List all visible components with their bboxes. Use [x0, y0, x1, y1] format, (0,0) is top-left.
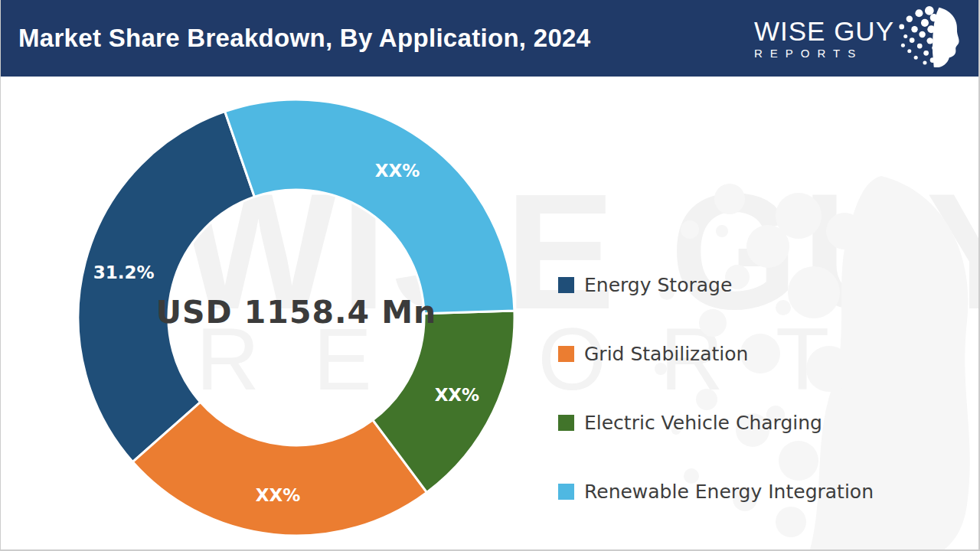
page-title: Market Share Breakdown, By Application, … [18, 24, 590, 53]
legend-label-renewable-energy-integration: Renewable Energy Integration [584, 481, 874, 503]
logo-subtitle: REPORTS [754, 47, 894, 60]
segment-label-electric-vehicle-charging: XX% [435, 385, 480, 405]
legend-label-grid-stabilization: Grid Stabilization [584, 343, 748, 365]
legend-swatch-renewable-energy-integration [558, 484, 574, 500]
segment-label-grid-stabilization: XX% [256, 485, 301, 505]
segment-label-energy-storage: 31.2% [93, 262, 155, 282]
chart-center-label: USD 1158.4 Mn [156, 294, 437, 331]
logo-head-icon [896, 6, 962, 70]
legend-swatch-energy-storage [558, 277, 574, 293]
legend-label-electric-vehicle-charging: Electric Vehicle Charging [584, 412, 822, 434]
header-bar: Market Share Breakdown, By Application, … [0, 0, 980, 77]
logo-wordmark: WISE GUY [754, 18, 894, 44]
infographic-page: Market Share Breakdown, By Application, … [0, 0, 980, 551]
legend-swatch-grid-stabilization [558, 346, 574, 362]
legend-item-renewable-energy-integration: Renewable Energy Integration [558, 476, 874, 507]
logo-text: WISE GUY REPORTS [754, 18, 894, 60]
donut-segment-renewable-energy-integration [225, 99, 514, 314]
legend-item-grid-stabilization: Grid Stabilization [558, 338, 874, 369]
legend-swatch-electric-vehicle-charging [558, 415, 574, 431]
legend-item-electric-vehicle-charging: Electric Vehicle Charging [558, 407, 874, 438]
chart-area: WISE GUY REPORTS 31.2%XX%XX%XX% USD 1158… [1, 77, 978, 549]
donut-segment-energy-storage [78, 112, 254, 462]
legend-item-energy-storage: Energy Storage [558, 269, 874, 300]
chart-legend: Energy StorageGrid StabilizationElectric… [558, 269, 874, 507]
wise-guy-reports-logo: WISE GUY REPORTS [754, 6, 962, 70]
legend-label-energy-storage: Energy Storage [584, 274, 732, 296]
segment-label-renewable-energy-integration: XX% [375, 161, 420, 181]
